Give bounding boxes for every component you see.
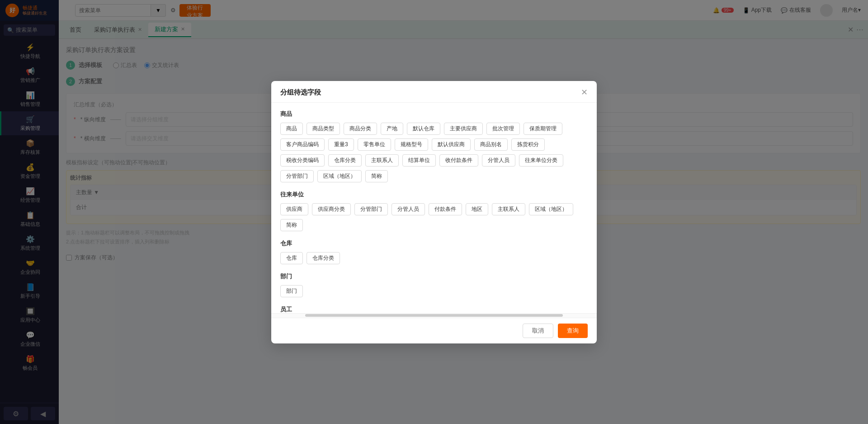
field-tag-product-5[interactable]: 主要供应商	[444, 123, 483, 135]
field-tag-product-4[interactable]: 默认仓库	[407, 123, 440, 135]
field-tag-product-17[interactable]: 主联系人	[365, 154, 399, 167]
field-tag-partner-6[interactable]: 主联系人	[492, 203, 525, 215]
field-tags-warehouse: 仓库仓库分类	[280, 252, 588, 264]
field-tag-product-2[interactable]: 商品分类	[344, 123, 377, 135]
field-group-title-department: 部门	[280, 272, 588, 281]
field-tag-product-18[interactable]: 结算单位	[402, 154, 436, 167]
field-tag-partner-8[interactable]: 简称	[280, 219, 303, 231]
field-tag-warehouse-1[interactable]: 仓库分类	[307, 252, 340, 264]
field-tag-product-19[interactable]: 收付款条件	[439, 154, 478, 167]
field-tag-partner-4[interactable]: 付款条件	[429, 203, 462, 215]
field-tag-product-13[interactable]: 商品别名	[474, 138, 508, 151]
field-tags-partner: 供应商供应商分类分管部门分管人员付款条件地区主联系人区域（地区）简称	[280, 203, 588, 231]
field-group-title-partner: 往来单位	[280, 191, 588, 199]
field-tag-warehouse-0[interactable]: 仓库	[280, 252, 303, 264]
field-tag-product-23[interactable]: 区域（地区）	[317, 170, 362, 182]
field-tag-partner-3[interactable]: 分管人员	[392, 203, 425, 215]
modal-header: 分组待选字段 ✕	[271, 81, 597, 103]
confirm-btn[interactable]: 查询	[558, 324, 588, 338]
field-tag-partner-2[interactable]: 分管部门	[354, 203, 388, 215]
field-tag-department-0[interactable]: 部门	[280, 285, 303, 297]
field-tag-product-10[interactable]: 零售单位	[358, 138, 391, 151]
field-tag-partner-5[interactable]: 地区	[466, 203, 488, 215]
field-tag-product-9[interactable]: 重量3	[328, 138, 354, 151]
modal-footer: 取消 查询	[271, 318, 597, 343]
cancel-btn[interactable]: 取消	[523, 324, 553, 338]
field-tag-product-11[interactable]: 规格型号	[395, 138, 428, 151]
field-tag-product-0[interactable]: 商品	[280, 123, 303, 135]
field-tags-department: 部门	[280, 285, 588, 297]
field-group-title-employee: 员工	[280, 305, 588, 313]
modal-overlay[interactable]: 分组待选字段 ✕ 商品商品商品类型商品分类产地默认仓库主要供应商批次管理保质期管…	[0, 0, 868, 424]
field-tag-partner-1[interactable]: 供应商分类	[312, 203, 351, 215]
field-tag-product-1[interactable]: 商品类型	[307, 123, 340, 135]
field-tag-product-15[interactable]: 税收分类编码	[280, 154, 325, 167]
hscroll-thumb[interactable]	[305, 314, 563, 317]
modal-hscroll[interactable]	[271, 313, 597, 318]
field-group-department: 部门部门	[280, 272, 588, 297]
modal-body[interactable]: 商品商品商品类型商品分类产地默认仓库主要供应商批次管理保质期管理客户商品编码重量…	[271, 103, 597, 313]
field-tag-product-3[interactable]: 产地	[381, 123, 403, 135]
field-group-employee: 员工业务员	[280, 305, 588, 313]
field-tag-product-22[interactable]: 分管部门	[280, 170, 314, 182]
field-tag-product-6[interactable]: 批次管理	[486, 123, 520, 135]
field-tag-product-7[interactable]: 保质期管理	[524, 123, 562, 135]
field-group-title-product: 商品	[280, 110, 588, 118]
field-select-modal: 分组待选字段 ✕ 商品商品商品类型商品分类产地默认仓库主要供应商批次管理保质期管…	[271, 81, 597, 343]
field-group-product: 商品商品商品类型商品分类产地默认仓库主要供应商批次管理保质期管理客户商品编码重量…	[280, 110, 588, 182]
modal-title: 分组待选字段	[280, 88, 321, 97]
field-tag-product-8[interactable]: 客户商品编码	[280, 138, 325, 151]
field-group-partner: 往来单位供应商供应商分类分管部门分管人员付款条件地区主联系人区域（地区）简称	[280, 191, 588, 231]
field-tags-product: 商品商品类型商品分类产地默认仓库主要供应商批次管理保质期管理客户商品编码重量3零…	[280, 123, 588, 182]
field-group-title-warehouse: 仓库	[280, 239, 588, 248]
field-tag-partner-0[interactable]: 供应商	[280, 203, 308, 215]
field-tag-product-24[interactable]: 简称	[365, 170, 388, 182]
field-tag-product-14[interactable]: 拣货积分	[511, 138, 545, 151]
field-tag-product-16[interactable]: 仓库分类	[328, 154, 362, 167]
field-group-warehouse: 仓库仓库仓库分类	[280, 239, 588, 264]
field-tag-product-21[interactable]: 往来单位分类	[519, 154, 563, 167]
field-tag-partner-7[interactable]: 区域（地区）	[529, 203, 573, 215]
field-tag-product-20[interactable]: 分管人员	[482, 154, 515, 167]
modal-close-btn[interactable]: ✕	[581, 88, 588, 96]
field-tag-product-12[interactable]: 默认供应商	[432, 138, 471, 151]
